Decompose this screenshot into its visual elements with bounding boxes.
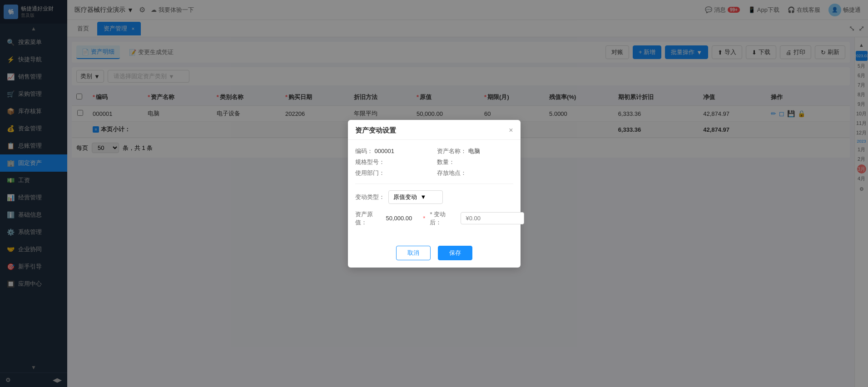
modal-change-type-row: 变动类型： 原值变动 ▼ xyxy=(355,190,513,204)
modal-header: 资产变动设置 × xyxy=(348,120,521,140)
modal-divider xyxy=(355,184,513,184)
modal-original-value: 50,000.00 xyxy=(386,215,412,222)
change-type-select[interactable]: 原值变动 ▼ xyxy=(388,190,443,204)
change-type-dropdown-icon: ▼ xyxy=(421,194,427,200)
modal-original-value-row: 资产原值： 50,000.00 * * 变动后： xyxy=(355,210,513,227)
modal-code-row: 编码： 000001 xyxy=(355,147,432,155)
modal-name-row: 资产名称： 电脑 xyxy=(437,147,513,155)
modal-department-row: 使用部门： xyxy=(355,169,432,177)
modal-overlay: 资产变动设置 × 编码： 000001 资产名称： 电脑 规格型号： 数量： xyxy=(0,0,868,387)
modal-footer: 取消 保存 xyxy=(348,240,521,268)
modal-location-row: 存放地点： xyxy=(437,169,513,177)
modal-quantity-row: 数量： xyxy=(437,158,513,166)
asset-change-modal: 资产变动设置 × 编码： 000001 资产名称： 电脑 规格型号： 数量： xyxy=(348,120,521,268)
cancel-button[interactable]: 取消 xyxy=(396,246,431,260)
modal-info-grid: 编码： 000001 资产名称： 电脑 规格型号： 数量： 使用部门： xyxy=(355,147,513,177)
required-star: * xyxy=(423,215,425,222)
modal-title: 资产变动设置 xyxy=(355,126,396,135)
modal-body: 编码： 000001 资产名称： 电脑 规格型号： 数量： 使用部门： xyxy=(348,140,521,240)
save-button[interactable]: 保存 xyxy=(438,246,472,260)
after-change-input[interactable] xyxy=(461,212,524,224)
modal-close-btn[interactable]: × xyxy=(509,126,513,134)
modal-name-value: 电脑 xyxy=(468,147,480,155)
modal-spec-row: 规格型号： xyxy=(355,158,432,166)
modal-code-value: 000001 xyxy=(375,148,394,154)
